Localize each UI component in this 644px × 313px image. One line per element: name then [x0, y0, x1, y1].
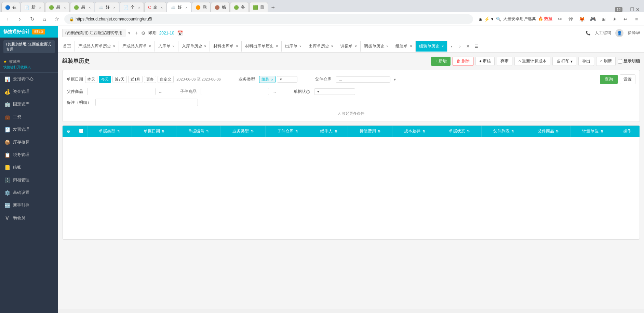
- col-checkbox[interactable]: [75, 126, 87, 137]
- col-cost-diff[interactable]: 成本差异 ⇅: [392, 126, 437, 137]
- new-tab-button[interactable]: +: [268, 3, 278, 12]
- select-all-checkbox[interactable]: [79, 129, 83, 133]
- nav-tab-assemble[interactable]: 组装单 ×: [392, 41, 416, 52]
- back-button[interactable]: ‹: [3, 14, 12, 24]
- biz-type-dropdown[interactable]: ▾: [277, 76, 297, 83]
- nav-tab-assemble-hist[interactable]: 组装单历史 ×: [416, 41, 447, 52]
- nav-tab-mat-out-hist[interactable]: 材料出库单历史 ×: [242, 41, 282, 52]
- sidebar-item-settings[interactable]: ⚙️ 基础设置: [0, 186, 58, 199]
- parent-goods-more[interactable]: ...: [159, 89, 162, 94]
- col-doc-date[interactable]: 单据日期 ⇅: [132, 126, 176, 137]
- nav-tab-transfer-hist[interactable]: 调拨单历史 ×: [361, 41, 392, 52]
- col-biz-type[interactable]: 业务类型 ⇅: [221, 126, 265, 137]
- tab-6-close[interactable]: ×: [138, 5, 140, 10]
- tab-7-close[interactable]: ×: [161, 5, 163, 10]
- support-label[interactable]: 人工咨询: [595, 30, 611, 36]
- col-parent-goods[interactable]: 父件商品 ⇅: [526, 126, 571, 137]
- remarks-input[interactable]: [95, 99, 198, 106]
- nav-tab-mat-out-close[interactable]: ×: [236, 44, 238, 48]
- browser-tab-1[interactable]: 🔵 在: [1, 2, 20, 12]
- window-close[interactable]: ✕: [636, 7, 640, 12]
- nav-left-arrow[interactable]: ‹: [447, 42, 456, 51]
- browser-tab-4[interactable]: 🟢 易 ×: [70, 2, 94, 12]
- window-minimize[interactable]: —: [624, 7, 629, 12]
- dropdown-arrow[interactable]: ▾: [491, 17, 493, 22]
- 1month-btn[interactable]: 近1月: [128, 76, 143, 83]
- address-input[interactable]: 🔒 https://cloud.chanjet.com/accounting/u…: [64, 14, 473, 24]
- query-button[interactable]: 查询: [600, 75, 618, 84]
- browser-tab-6[interactable]: 📄 个 ×: [120, 2, 144, 12]
- yesterday-btn[interactable]: 昨天: [85, 76, 97, 83]
- nav-tab-in-hist[interactable]: 入库单历史 ×: [178, 41, 210, 52]
- sidebar-item-archive[interactable]: 🗄️ 归档管理: [0, 174, 58, 186]
- unapprove-button[interactable]: 弃审: [497, 57, 512, 66]
- reload-button[interactable]: ↻: [27, 14, 37, 24]
- sidebar-item-tax[interactable]: 📋 税务管理: [0, 148, 58, 161]
- show-detail-checkbox[interactable]: [618, 59, 622, 63]
- brightness-icon[interactable]: ☀: [610, 14, 619, 24]
- biz-type-tag-close[interactable]: ×: [271, 77, 273, 82]
- col-unit[interactable]: 计量单位 ⇅: [571, 126, 615, 137]
- user-name[interactable]: 徐泽华: [628, 30, 640, 36]
- parent-goods-input[interactable]: [87, 88, 156, 95]
- col-disassemble-fee[interactable]: 拆装费用 ⇅: [348, 126, 392, 137]
- company-select-button[interactable]: (勿删勿禁用) 江西服宝测试专用: [3, 40, 55, 53]
- today-btn[interactable]: 今天: [99, 76, 111, 83]
- nav-tab-assemble-close[interactable]: ×: [410, 44, 412, 48]
- scissors-icon[interactable]: ✂: [555, 14, 565, 24]
- child-goods-input[interactable]: [201, 88, 269, 95]
- tab-2-close[interactable]: ×: [39, 5, 41, 10]
- apps-icon[interactable]: ⊞: [599, 14, 608, 24]
- window-maximize[interactable]: ❐: [630, 7, 634, 12]
- child-goods-more[interactable]: ...: [272, 89, 276, 94]
- menu-icon[interactable]: ≡: [632, 14, 641, 24]
- print-button[interactable]: 🖨 打印 ▾: [552, 57, 576, 66]
- nav-tab-in-hist-close[interactable]: ×: [204, 44, 206, 48]
- scroll-bar-area[interactable]: [58, 309, 644, 313]
- browser-tab-8[interactable]: ☁️ 好 ×: [167, 2, 191, 12]
- translate-icon[interactable]: 译: [566, 14, 576, 24]
- nav-tab-mat-out[interactable]: 材料出库单 ×: [210, 41, 242, 52]
- add-button[interactable]: + 新增: [431, 57, 450, 66]
- sidebar-item-member[interactable]: V 畅会员: [0, 212, 58, 224]
- browser-tab-9[interactable]: 🟠 腾: [192, 2, 211, 12]
- filter-settings-button[interactable]: 设置: [620, 74, 635, 84]
- nav-more[interactable]: ☰: [472, 42, 480, 51]
- col-handler[interactable]: 经手人 ⇅: [310, 126, 348, 137]
- browser-tab-2[interactable]: 📄 新 ×: [21, 2, 45, 12]
- nav-close-all[interactable]: ✕: [464, 42, 472, 51]
- nav-tab-assemble-hist-close[interactable]: ×: [442, 44, 444, 48]
- nav-tab-prod-in-close[interactable]: ×: [149, 44, 151, 48]
- col-doc-type[interactable]: 单据类型 ⇅: [87, 126, 132, 137]
- nav-tab-home[interactable]: 首页: [59, 41, 75, 52]
- col-doc-no[interactable]: 单据编号 ⇅: [176, 126, 221, 137]
- nav-tab-out-hist[interactable]: 出库单历史 ×: [305, 41, 337, 52]
- nav-tab-prod-in-hist[interactable]: 产成品入库单历史 ×: [75, 41, 119, 52]
- settings-gear[interactable]: ⚙: [141, 30, 146, 36]
- col-parent-list[interactable]: 父件列表 ⇅: [481, 126, 526, 137]
- add-button[interactable]: +: [135, 30, 138, 36]
- col-child-warehouse[interactable]: 子件仓库 ⇅: [265, 126, 310, 137]
- nav-right-arrow[interactable]: ›: [456, 42, 464, 51]
- col-doc-status[interactable]: 单据状态 ⇅: [437, 126, 481, 137]
- nav-tab-prod-in-hist-close[interactable]: ×: [113, 44, 115, 48]
- dropdown-arrow-company[interactable]: ▾: [128, 31, 130, 35]
- custom-btn[interactable]: 自定义: [158, 76, 174, 83]
- browser-tab-12[interactable]: 🟩 目: [249, 2, 268, 12]
- show-detail-label[interactable]: 显示明细: [618, 58, 640, 64]
- bookmark-button[interactable]: ☆: [52, 14, 62, 24]
- parent-warehouse-dropdown[interactable]: ...: [336, 76, 390, 83]
- tab-3-close[interactable]: ×: [64, 5, 66, 10]
- browser-tab-10[interactable]: 🟤 畅: [211, 2, 230, 12]
- browser-tab-5[interactable]: ☁️ 好 ×: [95, 2, 119, 12]
- sidebar-item-fund[interactable]: 💰 资金管理: [0, 85, 58, 98]
- sidebar-item-report[interactable]: 📊 云报表中心: [0, 73, 58, 85]
- lightning-icon[interactable]: ⚡: [484, 16, 490, 22]
- nav-tab-transfer-hist-close[interactable]: ×: [387, 44, 389, 48]
- col-settings[interactable]: ⚙: [63, 126, 75, 137]
- more-date-btn[interactable]: 更多: [144, 76, 156, 83]
- export-button[interactable]: 导出: [578, 57, 594, 66]
- refresh-button[interactable]: ○ 刷新: [596, 57, 616, 66]
- parent-warehouse-arrow[interactable]: ▾: [394, 77, 396, 82]
- nav-tab-out-order[interactable]: 出库单 ×: [282, 41, 305, 52]
